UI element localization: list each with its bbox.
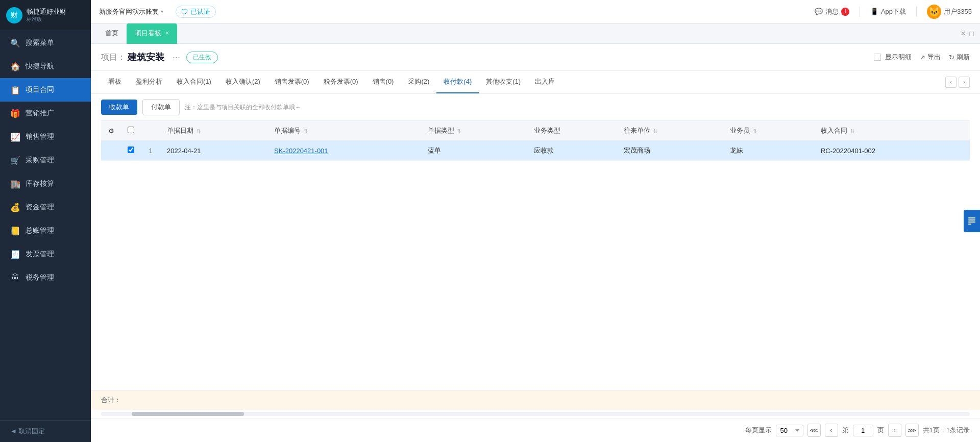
- page-input[interactable]: [853, 425, 873, 436]
- subtab-profit[interactable]: 盈利分析: [129, 71, 169, 93]
- col-checkbox[interactable]: [121, 121, 140, 141]
- per-page-select[interactable]: 50 10 20 100: [776, 425, 803, 436]
- subtab-other-expense-label: 其他收支(1): [486, 78, 521, 85]
- subtab-sales[interactable]: 销售(0): [365, 71, 401, 93]
- window-close-btn[interactable]: ×: [961, 29, 965, 38]
- document-number-link[interactable]: SK-20220421-001: [274, 147, 328, 155]
- sidebar-item-quicknav[interactable]: 🏠 快捷导航: [0, 55, 91, 78]
- subtab-sales-invoice[interactable]: 销售发票(0): [267, 71, 316, 93]
- sidebar-scroll: 🔍 搜索菜单 🏠 快捷导航 📋 项目合同 🎁 营销推广 📈 销售管理 🛒 采购管…: [0, 31, 91, 420]
- marketing-icon: 🎁: [10, 108, 20, 118]
- sidebar-unpin[interactable]: ◄ 取消固定: [0, 420, 91, 442]
- subtab-purchase-label: 采购(2): [408, 78, 429, 85]
- subtab-income-confirm[interactable]: 收入确认(2): [218, 71, 267, 93]
- logo-sub: 标准版: [27, 16, 66, 23]
- subtab-tax-invoice[interactable]: 税务发票(0): [316, 71, 365, 93]
- settings-icon: ⚙: [108, 127, 114, 135]
- sidebar-item-inventory[interactable]: 🏬 库存核算: [0, 172, 91, 195]
- export-icon: ↗: [920, 54, 925, 61]
- refresh-btn[interactable]: ↻ 刷新: [949, 53, 970, 62]
- topbar: 新服务官网演示账套 ▾ 🛡 已认证 💬 消息 1 📱 App下载 🐱 用户335…: [91, 0, 980, 23]
- row-checkbox[interactable]: [128, 146, 134, 153]
- sidebar-logo: 财 畅捷通好业财 标准版: [0, 0, 91, 31]
- cell-salesperson: 龙妹: [724, 141, 815, 161]
- side-action-btn[interactable]: [964, 210, 980, 232]
- sort-salesperson-icon: ⇅: [753, 128, 757, 134]
- page-label: 第: [842, 426, 849, 435]
- col-income-contract[interactable]: 收入合同 ⇅: [815, 121, 970, 141]
- last-page-btn[interactable]: ⋙: [905, 424, 919, 437]
- first-page-btn[interactable]: ⋘: [807, 424, 821, 437]
- subtab-income-contract[interactable]: 收入合同(1): [169, 71, 218, 93]
- scrollbar-track: [101, 412, 970, 416]
- sidebar-label-quicknav: 快捷导航: [26, 62, 54, 71]
- sidebar-item-tax[interactable]: 🏛 税务管理: [0, 266, 91, 289]
- scrollbar-thumb[interactable]: [132, 412, 244, 416]
- sidebar-item-contract[interactable]: 📋 项目合同: [0, 78, 91, 102]
- phone-icon: 📱: [870, 8, 878, 15]
- detail-checkbox-icon[interactable]: [874, 54, 881, 61]
- project-more-btn[interactable]: ···: [173, 52, 180, 63]
- sidebar-label-invoice: 发票管理: [26, 250, 54, 259]
- app-download-action[interactable]: 📱 App下载: [870, 7, 906, 16]
- prev-page-btn[interactable]: ‹: [825, 424, 838, 437]
- subtab-board[interactable]: 看板: [101, 71, 129, 93]
- summary-row: 合计：: [91, 390, 980, 410]
- sort-number-icon: ⇅: [304, 128, 308, 134]
- refresh-icon: ↻: [949, 54, 954, 61]
- message-action[interactable]: 💬 消息 1: [815, 7, 849, 16]
- select-all-checkbox[interactable]: [128, 127, 134, 133]
- divider: [860, 7, 860, 17]
- finance-icon: 💰: [10, 202, 20, 212]
- subtab-purchase[interactable]: 采购(2): [401, 71, 436, 93]
- subtab-prev-btn[interactable]: ‹: [945, 77, 957, 88]
- tab-home[interactable]: 首页: [97, 23, 127, 44]
- next-page-btn[interactable]: ›: [888, 424, 901, 437]
- subtab-payment-label: 收付款(4): [444, 78, 472, 85]
- sidebar-label-marketing: 营销推广: [26, 109, 54, 118]
- subtab-next-btn[interactable]: ›: [959, 77, 970, 88]
- sidebar-item-marketing[interactable]: 🎁 营销推广: [0, 102, 91, 125]
- subtab-other-expense[interactable]: 其他收支(1): [479, 71, 528, 93]
- show-detail-btn[interactable]: 显示明细: [874, 53, 912, 62]
- sidebar-item-finance[interactable]: 💰 资金管理: [0, 195, 91, 219]
- col-number[interactable]: 单据编号 ⇅: [268, 121, 422, 141]
- sidebar-item-ledger[interactable]: 📒 总账管理: [0, 219, 91, 242]
- cell-biz-type: 应收款: [528, 141, 618, 161]
- subtab-income-confirm-label: 收入确认(2): [226, 78, 260, 85]
- tab-project-board[interactable]: 项目看板 ×: [127, 23, 177, 44]
- per-page-label: 每页显示: [745, 426, 772, 435]
- sidebar-label-sales: 销售管理: [26, 132, 54, 141]
- cell-checkbox[interactable]: [121, 141, 140, 161]
- subtab-income-contract-label: 收入合同(1): [177, 78, 211, 85]
- col-salesperson[interactable]: 业务员 ⇅: [724, 121, 815, 141]
- account-dropdown-icon[interactable]: ▾: [161, 9, 163, 14]
- payment-btn[interactable]: 付款单: [142, 99, 180, 115]
- certified-badge: 🛡 已认证: [176, 6, 216, 18]
- col-type[interactable]: 单据类型 ⇅: [422, 121, 528, 141]
- user-action[interactable]: 🐱 用户3355: [927, 5, 972, 19]
- col-partner[interactable]: 往来单位 ⇅: [618, 121, 724, 141]
- sidebar-item-sales[interactable]: 📈 销售管理: [0, 125, 91, 149]
- col-date[interactable]: 单据日期 ⇅: [161, 121, 268, 141]
- sales-icon: 📈: [10, 132, 20, 142]
- table-row: 1 2022-04-21 SK-20220421-001 蓝单 应收款 宏茂商场…: [101, 141, 970, 161]
- content-area: 项目： 建筑安装 ··· 已生效 显示明细 ↗ 导出 ↻ 刷新: [91, 44, 980, 442]
- sidebar-label-contract: 项目合同: [26, 85, 54, 94]
- subtab-inout[interactable]: 出入库: [528, 71, 562, 93]
- message-badge: 1: [841, 8, 849, 16]
- subtab-toolbar: 收款单 付款单 注：这里是与项目关联的全部收付款单哦～: [91, 94, 980, 120]
- cell-contract: RC-20220401-002: [815, 141, 970, 161]
- col-settings[interactable]: ⚙: [101, 121, 121, 141]
- export-btn[interactable]: ↗ 导出: [920, 53, 941, 62]
- account-name: 新服务官网演示账套: [99, 7, 159, 16]
- subtab-payment[interactable]: 收付款(4): [436, 71, 479, 93]
- sidebar-label-finance: 资金管理: [26, 203, 54, 212]
- sidebar-item-invoice[interactable]: 🧾 发票管理: [0, 242, 91, 266]
- collection-btn[interactable]: 收款单: [101, 100, 137, 115]
- sidebar-item-search[interactable]: 🔍 搜索菜单: [0, 31, 91, 55]
- cell-index: 1: [140, 141, 161, 161]
- sidebar-item-purchase[interactable]: 🛒 采购管理: [0, 149, 91, 172]
- tab-close-icon[interactable]: ×: [165, 30, 169, 37]
- window-maximize-btn[interactable]: □: [970, 30, 974, 38]
